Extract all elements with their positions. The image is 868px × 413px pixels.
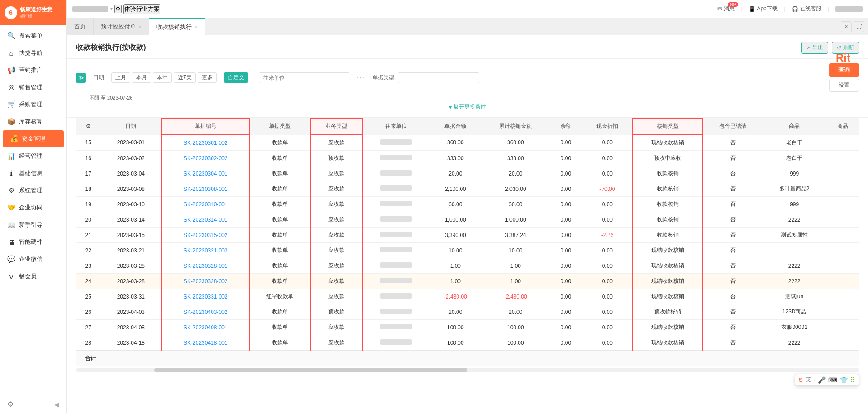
sidebar-item-system[interactable]: ⚙系统管理 — [0, 182, 66, 199]
cell-biztype: 预收款 — [310, 304, 362, 320]
query-button[interactable]: 查询 — [829, 63, 859, 77]
sidebar-item-sales[interactable]: ◎销售管理 — [0, 79, 66, 96]
doc-link[interactable]: SK-20230308-001 — [184, 186, 227, 192]
headset-icon: 🎧 — [792, 6, 798, 12]
sidebar-item-quicknav[interactable]: ⌂快捷导航 — [0, 44, 66, 62]
sidebar-item-finance[interactable]: 💰资金管理 — [3, 130, 64, 147]
doc-link[interactable]: SK-20230418-001 — [184, 340, 227, 346]
th-config[interactable]: ⚙ — [76, 118, 101, 135]
date-btn-1[interactable]: 本月 — [132, 72, 151, 83]
table-row: 16 2023-03-02 SK-20230302-002 收款单 预收款 33… — [76, 151, 859, 166]
filter-expand-button[interactable]: ≫ — [76, 73, 86, 83]
cell-included: 否 — [703, 228, 762, 243]
sidebar-label-operations: 经营管理 — [19, 152, 42, 160]
doc-link[interactable]: SK-20230408-001 — [184, 324, 227, 331]
cell-canceltype: 收款核销 — [633, 166, 703, 181]
sidebar-item-member[interactable]: V畅会员 — [0, 268, 66, 285]
doc-link[interactable]: SK-20230315-002 — [184, 232, 227, 238]
chevron-icon: ▾ — [110, 6, 113, 11]
filter-settings-button[interactable]: 设置 — [829, 79, 859, 92]
ime-more-icon[interactable]: ⠿ — [850, 376, 855, 384]
tab-close-receipt[interactable]: × — [194, 24, 197, 30]
date-btn-4[interactable]: 更多 — [198, 72, 217, 83]
tab-close-pending[interactable]: × — [139, 24, 142, 29]
sidebar-item-purchase[interactable]: 🛒采购管理 — [0, 96, 66, 113]
th-date: 日期 — [101, 118, 162, 135]
doc-link[interactable]: SK-20230310-001 — [184, 201, 227, 208]
sidebar-item-marketing[interactable]: 📢营销推广 — [0, 62, 66, 79]
type-filter-select[interactable] — [398, 72, 479, 83]
cell-docno: SK-20230310-001 — [161, 197, 250, 212]
date-btn-0[interactable]: 上月 — [111, 72, 130, 83]
cell-seq: 20 — [76, 212, 101, 228]
cell-doctype: 收款单 — [250, 228, 310, 243]
sidebar-item-guide[interactable]: 📖新手引导 — [0, 216, 66, 233]
gear-button[interactable]: ⚙ — [114, 5, 122, 13]
doc-link[interactable]: SK-20230304-001 — [184, 171, 227, 177]
tab-pending[interactable]: 预计应应付单× — [94, 18, 149, 35]
doc-link[interactable]: SK-20230328-002 — [184, 278, 227, 285]
expand-more-button[interactable]: ▾ 展开更多条件 — [449, 103, 486, 111]
cell-discount: 0.00 — [582, 304, 633, 320]
sidebar-item-search[interactable]: 🔍搜索菜单 — [0, 27, 66, 44]
sidebar-item-corp[interactable]: 🤝企业协同 — [0, 199, 66, 216]
ime-grid-icon[interactable]: ⌨ — [828, 376, 837, 384]
tab-fullscreen-button[interactable]: ⛶ — [854, 21, 864, 32]
cell-seq: 24 — [76, 274, 101, 289]
settings-icon[interactable]: ⚙ — [7, 400, 14, 408]
unit-input[interactable] — [259, 72, 349, 83]
date-filter-label: 日期 — [93, 74, 104, 81]
sidebar-item-inventory[interactable]: 📦库存核算 — [0, 113, 66, 130]
sidebar-icon-corp: 🤝 — [7, 204, 15, 212]
ime-text: 英 — [806, 376, 811, 384]
cell-date: 2023-04-03 — [101, 304, 162, 320]
table-scrollbar[interactable] — [76, 368, 859, 372]
cell-goods1: 999 — [762, 197, 826, 212]
page-header: 收款核销执行(按收款) ↗ 导出 ↺ 刷新 — [67, 35, 868, 59]
tab-home[interactable]: 首页 — [67, 18, 94, 35]
cell-accum: 333.00 — [481, 151, 549, 166]
cell-goods2 — [826, 289, 859, 304]
tab-close-button[interactable]: × — [841, 21, 852, 32]
cell-doctype: 收款单 — [250, 335, 310, 351]
cell-goods1: 测试多属性 — [762, 228, 826, 243]
cell-balance: 0.00 — [550, 320, 582, 335]
doc-link[interactable]: SK-20230321-003 — [184, 247, 227, 254]
cell-date: 2023-04-18 — [101, 335, 162, 351]
date-btn-2[interactable]: 本年 — [153, 72, 172, 83]
sidebar-item-hardware[interactable]: 🖥智能硬件 — [0, 233, 66, 251]
cell-discount: 0.00 — [582, 258, 633, 274]
collapse-icon[interactable]: ◀ — [54, 401, 59, 408]
cell-unit — [362, 274, 429, 289]
tab-label-pending: 预计应应付单 — [101, 23, 136, 31]
tab-receipt[interactable]: 收款核销执行× — [149, 18, 205, 35]
expand-more-row: ▾ 展开更多条件 — [76, 101, 859, 113]
ime-mic-icon[interactable]: 🎤 — [818, 376, 826, 384]
app-download-link[interactable]: 📱 App下载 — [749, 5, 777, 13]
online-support-link[interactable]: 🎧 在线客服 — [792, 5, 821, 13]
doc-link[interactable]: SK-20230314-001 — [184, 217, 227, 223]
date-custom-button[interactable]: 自定义 — [224, 72, 248, 83]
doc-link[interactable]: SK-20230301-002 — [184, 140, 227, 146]
date-btn-3[interactable]: 近7天 — [174, 72, 196, 83]
doc-link[interactable]: SK-20230302-002 — [184, 155, 227, 161]
ime-shirt-icon[interactable]: 👕 — [840, 376, 848, 384]
doc-link[interactable]: SK-20230328-001 — [184, 263, 227, 269]
messages-area[interactable]: ✉ 消息 99+ — [717, 5, 735, 13]
cell-biztype: 应收款 — [310, 166, 362, 181]
sidebar-item-basic[interactable]: ℹ基础信息 — [0, 165, 66, 182]
cell-goods2 — [826, 274, 859, 289]
industry-button[interactable]: 体验行业方案 — [123, 4, 160, 14]
export-button[interactable]: ↗ 导出 — [801, 42, 828, 54]
cell-balance: 0.00 — [550, 212, 582, 228]
table-header: ⚙ 日期 单据编号 单据类型 业务类型 往来单位 单据金额 累计核销金额 余额 … — [76, 118, 859, 135]
cell-canceltype: 现结收款核销 — [633, 258, 703, 274]
doc-link[interactable]: SK-20230331-002 — [184, 294, 227, 300]
cell-balance: 0.00 — [550, 151, 582, 166]
cell-docno: SK-20230328-001 — [161, 258, 250, 274]
cell-discount: 0.00 — [582, 243, 633, 258]
doc-link[interactable]: SK-20230403-002 — [184, 309, 227, 315]
cell-goods1: 衣服00001 — [762, 320, 826, 335]
sidebar-item-operations[interactable]: 📊经营管理 — [0, 147, 66, 165]
sidebar-item-wechat[interactable]: 💬企业微信 — [0, 251, 66, 268]
